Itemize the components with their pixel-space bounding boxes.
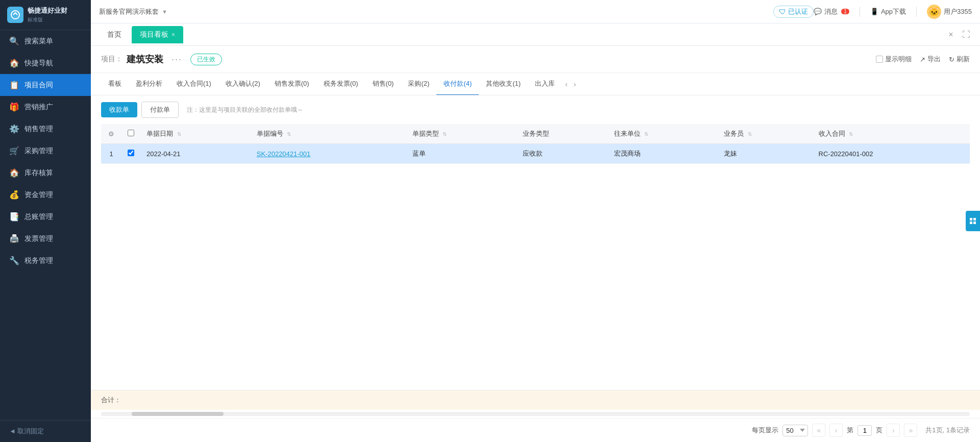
sidebar-item-project[interactable]: 📋 项目合同 xyxy=(0,74,91,96)
show-detail-checkbox[interactable] xyxy=(876,56,883,63)
tab-close-icon[interactable]: × xyxy=(172,31,175,38)
sub-tab-receipt-label: 收付款(4) xyxy=(444,80,472,87)
refresh-button[interactable]: ↻ 刷新 xyxy=(949,55,970,64)
sidebar-item-marketing[interactable]: 🎁 营销推广 xyxy=(0,96,91,118)
table-select-all[interactable] xyxy=(121,124,140,144)
sub-tab-sales-invoice[interactable]: 销售发票(0) xyxy=(267,73,316,95)
sidebar-item-label-purchase: 采购管理 xyxy=(24,146,53,156)
horizontal-scrollbar[interactable] xyxy=(91,410,980,418)
sidebar-unpin-button[interactable]: ◄ 取消固定 xyxy=(0,420,91,442)
sub-tab-sales-invoice-label: 销售发票(0) xyxy=(275,80,309,87)
export-label: 导出 xyxy=(927,55,941,64)
sort-salesperson-icon[interactable]: ⇅ xyxy=(748,131,752,137)
sub-tab-receipt[interactable]: 收付款(4) xyxy=(436,73,479,95)
prev-page-button[interactable]: ‹ xyxy=(829,424,843,437)
app-download-label: App下载 xyxy=(881,7,906,16)
tab-project-board[interactable]: 项目看板 × xyxy=(132,26,183,43)
sidebar-item-sales[interactable]: ⚙️ 销售管理 xyxy=(0,118,91,140)
svg-rect-1 xyxy=(970,218,972,220)
payment-btn[interactable]: 付款单 xyxy=(141,102,179,118)
show-detail-label: 显示明细 xyxy=(885,55,912,64)
finance-icon: 💰 xyxy=(9,190,19,200)
row-number[interactable]: SK-20220421-001 xyxy=(251,144,406,164)
sub-tab-purchase[interactable]: 采购(2) xyxy=(401,73,436,95)
sub-tab-next-arrow[interactable]: › xyxy=(571,76,579,92)
col-partner: 往来单位 ⇅ xyxy=(608,124,718,144)
sidebar-item-finance[interactable]: 💰 资金管理 xyxy=(0,184,91,206)
sort-contract-icon[interactable]: ⇅ xyxy=(849,131,853,137)
sidebar-item-label-invoice: 发票管理 xyxy=(24,234,53,243)
sub-tab-kanban[interactable]: 看板 xyxy=(101,73,129,95)
summary-label: 合计： xyxy=(101,396,121,404)
sidebar-item-purchase[interactable]: 🛒 采购管理 xyxy=(0,140,91,162)
scrollbar-track[interactable] xyxy=(101,412,970,416)
project-icon: 📋 xyxy=(9,80,19,90)
row-number-link[interactable]: SK-20220421-001 xyxy=(257,150,311,158)
sidebar-item-label-marketing: 营销推广 xyxy=(24,103,53,112)
per-page-label: 每页显示 xyxy=(752,426,778,435)
header-divider xyxy=(860,7,860,17)
sidebar-item-label-project: 项目合同 xyxy=(24,81,53,90)
first-page-button[interactable]: « xyxy=(812,424,825,437)
tab-home[interactable]: 首页 xyxy=(99,26,130,43)
sidebar-item-quicknav[interactable]: 🏠 快捷导航 xyxy=(0,52,91,74)
next-page-button[interactable]: › xyxy=(887,424,900,437)
avatar: 🐱 xyxy=(927,5,941,19)
cart-icon: 🛒 xyxy=(9,146,19,156)
table-row[interactable]: 1 2022-04-21 SK-20220421-001 蓝单 应收款 宏茂商场… xyxy=(101,144,970,164)
shield-icon: 🛡 xyxy=(779,8,786,16)
sort-partner-icon[interactable]: ⇅ xyxy=(644,131,648,137)
app-download-button[interactable]: 📱 App下载 xyxy=(870,7,906,16)
project-actions: 显示明细 ↗ 导出 ↻ 刷新 xyxy=(876,55,970,64)
sub-tab-inout[interactable]: 出入库 xyxy=(528,73,562,95)
row-checkbox[interactable] xyxy=(121,144,140,164)
sidebar-item-ledger[interactable]: 📑 总账管理 xyxy=(0,206,91,228)
row-select-checkbox[interactable] xyxy=(128,150,134,156)
more-options-button[interactable]: ··· xyxy=(172,54,182,65)
sub-tab-profit-label: 盈利分析 xyxy=(136,80,162,87)
sidebar-item-search[interactable]: 🔍 搜索菜单 xyxy=(0,30,91,52)
sidebar-item-tax[interactable]: 🔧 税务管理 xyxy=(0,250,91,272)
select-all-checkbox[interactable] xyxy=(128,130,134,136)
sidebar-item-label-finance: 资金管理 xyxy=(24,190,53,200)
sort-number-icon[interactable]: ⇅ xyxy=(287,131,291,137)
sub-tab-other-expense-label: 其他收支(1) xyxy=(486,80,521,87)
floating-action-button[interactable] xyxy=(966,211,980,231)
table-settings-icon[interactable]: ⚙ xyxy=(101,124,121,144)
sidebar-item-inventory[interactable]: 🏠 库存核算 xyxy=(0,162,91,184)
sort-type-icon[interactable]: ⇅ xyxy=(443,131,447,137)
receipt-payment-header: 收款单 付款单 注：这里是与项目关联的全部收付款单哦～ xyxy=(91,95,980,124)
row-seq: 1 xyxy=(101,144,121,164)
sub-tab-sales[interactable]: 销售(0) xyxy=(365,73,401,95)
receipt-btn[interactable]: 收款单 xyxy=(101,102,137,117)
scrollbar-thumb[interactable] xyxy=(132,412,224,416)
user-profile[interactable]: 🐱 用户3355 xyxy=(927,5,972,19)
header-actions: 💬 消息 1 📱 App下载 🐱 用户3355 xyxy=(814,5,972,19)
sub-tab-prev-arrow[interactable]: ‹ xyxy=(562,76,571,92)
account-dropdown-icon[interactable]: ▼ xyxy=(162,9,167,15)
page-content: 项目： 建筑安装 ··· 已生效 显示明细 ↗ 导出 ↻ 刷新 xyxy=(91,46,980,442)
sub-tab-other-expense[interactable]: 其他收支(1) xyxy=(479,73,528,95)
row-salesperson: 龙妹 xyxy=(718,144,812,164)
sidebar-item-invoice[interactable]: 🖨️ 发票管理 xyxy=(0,228,91,250)
table-container[interactable]: ⚙ 单据日期 ⇅ 单据编号 ⇅ 单据类型 xyxy=(91,124,980,390)
per-page-select[interactable]: 50 100 200 xyxy=(782,425,808,436)
sub-tab-income-contract[interactable]: 收入合同(1) xyxy=(169,73,218,95)
window-close-button[interactable]: × xyxy=(945,29,957,40)
pagination: 每页显示 50 100 200 « ‹ 第 1 页 › » 共1页, 1条记录 xyxy=(91,418,980,442)
svg-rect-3 xyxy=(970,222,972,224)
pagination-total-info: 共1页, 1条记录 xyxy=(925,426,970,435)
sub-tab-tax-invoice[interactable]: 税务发票(0) xyxy=(316,73,365,95)
sub-tab-profit[interactable]: 盈利分析 xyxy=(129,73,169,95)
last-page-button[interactable]: » xyxy=(904,424,917,437)
window-maximize-button[interactable]: ⛶ xyxy=(961,29,972,40)
sub-tab-sales-label: 销售(0) xyxy=(373,80,394,87)
show-detail-button[interactable]: 显示明细 xyxy=(876,55,912,64)
sub-tab-income-confirm[interactable]: 收入确认(2) xyxy=(218,73,267,95)
inventory-icon: 🏠 xyxy=(9,168,19,178)
messages-button[interactable]: 💬 消息 1 xyxy=(814,7,849,16)
sub-tab-bar: 看板 盈利分析 收入合同(1) 收入确认(2) 销售发票(0) 税务发票(0) … xyxy=(91,73,980,95)
export-button[interactable]: ↗ 导出 xyxy=(920,55,941,64)
sub-tab-purchase-label: 采购(2) xyxy=(408,80,429,87)
sort-date-icon[interactable]: ⇅ xyxy=(177,131,181,137)
